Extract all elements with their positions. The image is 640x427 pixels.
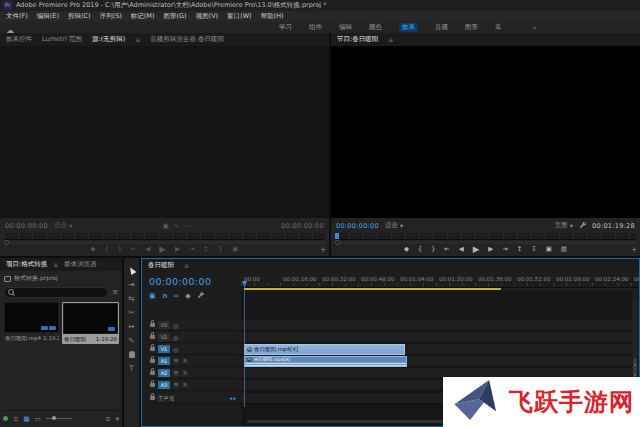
workspace-tab-assembly[interactable]: 组件 [309,23,322,32]
workspace-tab-graphics[interactable]: 图形 [465,23,478,32]
icon-view-icon[interactable]: ▦ [23,415,29,423]
track-target-v2[interactable]: V2 [158,333,170,341]
mark-out-icon[interactable]: } [118,245,122,253]
lock-icon[interactable] [150,371,155,375]
audio-clip[interactable]: fx 春日暖阳.mp4[A] [244,356,407,367]
menu-sequence[interactable]: 序列(S) [100,12,122,21]
workspace-tab-effects[interactable]: 效果 [399,23,418,32]
timeline-settings-wrench-icon[interactable] [197,291,204,300]
source-settings-icon[interactable]: ⋯ [184,222,191,230]
search-input[interactable] [4,287,108,298]
freeform-view-icon[interactable]: ▭ [35,415,41,423]
solo-button[interactable]: S [182,358,188,364]
tab-lumetri-scopes[interactable]: Lumetri 范围 [42,35,82,44]
workspace-tab-color[interactable]: 颜色 [369,23,382,32]
lock-icon[interactable] [150,347,155,351]
button-editor-icon[interactable]: + [320,246,326,254]
add-marker-icon[interactable]: ◆ [404,245,409,253]
search-options-icon[interactable]: ≡ [112,288,118,296]
tab-media-browser[interactable]: 媒体浏览器 [64,260,97,269]
drag-audio-icon[interactable]: ∿ [174,222,179,230]
lock-icon[interactable] [150,335,155,339]
comparison-view-icon[interactable]: ▥ [561,245,567,253]
clip-thumbnail[interactable] [4,302,59,333]
menu-help[interactable]: 帮助(H) [261,12,284,21]
workspace-tab-libraries[interactable]: 库 [495,23,502,32]
track-output-eye-icon[interactable]: ◎ [173,346,178,353]
mark-out-icon[interactable]: } [431,245,435,253]
track-lane-v2[interactable] [241,332,632,343]
tab-source[interactable]: 源:(无剪辑) [92,35,125,44]
program-position-timecode[interactable]: 00:00:00:00 [336,222,379,230]
ripple-edit-tool[interactable]: ⇆ [128,294,134,303]
tab-program[interactable]: 节目:春日暖阳 [337,35,378,44]
workspace-tab-learning[interactable]: 学习 [279,23,292,32]
add-marker-icon[interactable]: ◆ [91,245,96,253]
workspace-overflow-icon[interactable]: » [533,24,537,32]
panel-menu-icon[interactable]: ≡ [184,262,189,269]
track-target-v1[interactable]: V1 [158,345,170,353]
program-fit-dropdown[interactable]: 适合▾ [385,221,403,230]
track-lane-v3[interactable] [241,320,632,331]
track-target-a3[interactable]: A3 [158,381,170,389]
export-frame-icon[interactable]: ▣ [546,245,552,253]
button-editor-icon[interactable]: + [631,246,637,254]
track-output-eye-icon[interactable]: ◎ [173,334,178,341]
go-to-out-icon[interactable]: ⇥ [189,245,194,253]
sort-icon[interactable]: ≡ [105,415,110,423]
lock-icon[interactable] [150,383,155,387]
step-forward-icon[interactable]: ▶ [175,245,180,253]
panel-menu-icon[interactable]: ≡ [388,36,393,43]
sort-arrow-icon[interactable]: ▾ [116,415,119,423]
solo-button[interactable]: S [182,382,188,388]
workspace-tab-audio[interactable]: 音频 [435,23,448,32]
export-frame-icon[interactable]: ▣ [232,245,238,253]
nest-toggle-icon[interactable]: ▣ [149,292,156,300]
menu-markers[interactable]: 标记(M) [131,12,155,21]
master-keyframe-icons[interactable]: ◂ ▸ [229,395,236,401]
insert-icon[interactable]: ↥ [203,245,208,253]
extract-icon[interactable]: ↧ [531,245,536,253]
pen-tool[interactable]: ✎ [128,336,134,345]
lock-icon[interactable] [150,323,155,327]
mark-in-icon[interactable]: { [418,245,422,253]
panel-menu-icon[interactable]: ≡ [53,261,58,268]
track-select-tool[interactable]: ⇥ [128,280,134,289]
settings-wrench-icon[interactable] [579,221,586,230]
project-writable-icon[interactable] [3,416,8,421]
type-tool[interactable]: T [129,364,134,373]
overwrite-icon[interactable]: ↧ [218,245,223,253]
selection-tool[interactable] [129,266,135,275]
tab-audio-clip-mixer[interactable]: 音频剪辑混合器:春日暖阳 [150,35,224,44]
program-playhead[interactable] [335,233,339,239]
step-forward-icon[interactable]: ▶ [488,245,493,253]
video-clip[interactable]: fx 春日暖阳.mp4[V] [244,344,405,355]
tab-project[interactable]: 项目:格式转换 [6,260,47,269]
lock-icon[interactable] [150,396,155,400]
menu-edit[interactable]: 编辑(E) [37,12,59,21]
menu-view[interactable]: 视图(V) [196,12,219,21]
mute-button[interactable]: M [173,382,179,388]
step-back-icon[interactable]: ◀ [459,245,464,253]
razor-tool[interactable]: ✂ [128,308,134,317]
snap-icon[interactable]: ∪ [162,292,168,300]
hand-tool[interactable] [129,350,135,359]
slip-tool[interactable]: ↔ [128,322,134,331]
linked-selection-icon[interactable]: ∞ [173,292,179,300]
program-resolution-dropdown[interactable]: 完整▾ [555,221,573,230]
mute-button[interactable]: M [173,358,179,364]
add-marker-icon[interactable]: ◆ [185,292,190,300]
menu-clip[interactable]: 剪辑(C) [68,12,91,21]
go-to-out-icon[interactable]: ⇥ [502,245,507,253]
step-back-icon[interactable]: ◀ [145,245,150,253]
project-item-sequence[interactable]: 春日暖阳 1:19:28 [62,302,119,344]
solo-button[interactable]: S [182,370,188,376]
track-output-eye-icon[interactable]: ◎ [173,322,178,329]
lock-icon[interactable] [150,359,155,363]
track-target-v3[interactable]: V3 [158,321,170,329]
list-view-icon[interactable]: ≡ [13,415,18,423]
source-time-ruler[interactable] [4,233,325,240]
thumbnail-zoom-slider[interactable] [46,418,72,419]
sequence-thumbnail[interactable] [63,303,118,334]
timeline-horizontal-scrollbar[interactable] [247,420,443,423]
